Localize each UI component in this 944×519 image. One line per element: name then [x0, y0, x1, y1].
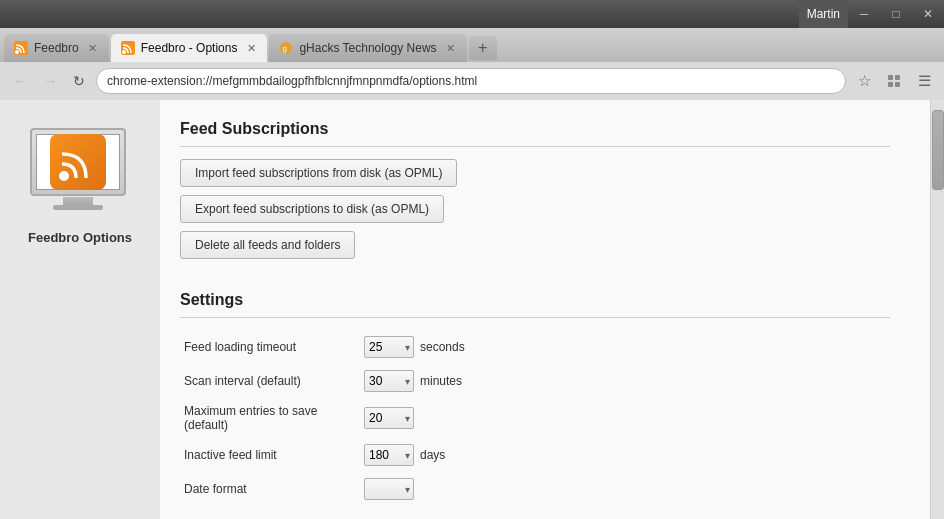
main-layout: Feedbro Options Feed Subscriptions Impor…: [0, 100, 944, 519]
url-text: chrome-extension://mefgmmbdailogpfhfblcn…: [107, 74, 835, 88]
date-format-label: Date format: [180, 472, 360, 506]
max-entries-label: Maximum entries to save (default): [180, 398, 360, 438]
svg-rect-8: [888, 82, 893, 87]
title-user: Martin: [799, 0, 848, 28]
title-bar: Martin ─ □ ✕: [0, 0, 944, 28]
settings-section: Settings Feed loading timeout 10: [180, 291, 890, 506]
settings-table: Feed loading timeout 10 15 20 25: [180, 330, 890, 506]
date-format-select[interactable]: [364, 478, 414, 500]
bookmark-button[interactable]: ☆: [852, 69, 876, 93]
max-entries-select[interactable]: 10 20 50 100 200 500: [364, 407, 414, 429]
maximize-button[interactable]: □: [880, 0, 912, 28]
scan-select-wrapper: 5 10 15 20 30 60 120: [364, 370, 414, 392]
tab-favicon-feedbro: [14, 41, 28, 55]
menu-button[interactable]: ☰: [912, 69, 936, 93]
date-format-control: [364, 478, 886, 500]
date-format-select-wrapper: [364, 478, 414, 500]
rss-badge: [50, 134, 106, 190]
scan-label: Scan interval (default): [180, 364, 360, 398]
tab-close-ghacks[interactable]: ✕: [443, 40, 459, 56]
svg-point-10: [59, 171, 69, 181]
refresh-button[interactable]: ↻: [68, 70, 90, 92]
tab-close-options[interactable]: ✕: [243, 40, 259, 56]
sidebar: Feedbro Options: [0, 100, 160, 519]
setting-row-max-entries: Maximum entries to save (default) 10 20 …: [180, 398, 890, 438]
forward-button[interactable]: →: [38, 69, 62, 93]
timeout-label: Feed loading timeout: [180, 330, 360, 364]
max-entries-control-cell: 10 20 50 100 200 500: [360, 398, 890, 438]
address-bar: ← → ↻ chrome-extension://mefgmmbdailogpf…: [0, 62, 944, 100]
scan-control: 5 10 15 20 30 60 120: [364, 370, 886, 392]
setting-row-inactive: Inactive feed limit 30 60 90 180: [180, 438, 890, 472]
minimize-button[interactable]: ─: [848, 0, 880, 28]
inactive-control: 30 60 90 180 365 days: [364, 444, 886, 466]
svg-rect-9: [895, 82, 900, 87]
extension-button[interactable]: [882, 69, 906, 93]
feed-subscriptions-title: Feed Subscriptions: [180, 120, 890, 147]
svg-point-1: [15, 50, 19, 54]
timeout-control-cell: 10 15 20 25 30 45 60: [360, 330, 890, 364]
settings-title: Settings: [180, 291, 890, 318]
delete-all-button[interactable]: Delete all feeds and folders: [180, 231, 355, 259]
scrollbar-track[interactable]: [930, 100, 944, 519]
monitor-body: [30, 128, 126, 196]
new-tab-button[interactable]: +: [469, 36, 497, 60]
inactive-select-wrapper: 30 60 90 180 365: [364, 444, 414, 466]
inactive-control-cell: 30 60 90 180 365 days: [360, 438, 890, 472]
close-button[interactable]: ✕: [912, 0, 944, 28]
max-entries-select-wrapper: 10 20 50 100 200 500: [364, 407, 414, 429]
tab-label-ghacks: gHacks Technology News: [299, 41, 436, 55]
feed-subscriptions-section: Feed Subscriptions Import feed subscript…: [180, 120, 890, 267]
timeout-control: 10 15 20 25 30 45 60: [364, 336, 886, 358]
tab-favicon-options: [121, 41, 135, 55]
tab-feedbro[interactable]: Feedbro ✕: [4, 34, 109, 62]
svg-text:g: g: [283, 44, 287, 53]
tab-favicon-ghacks: g: [279, 41, 293, 55]
setting-row-scan: Scan interval (default) 5 10 15 20: [180, 364, 890, 398]
sidebar-label: Feedbro Options: [28, 230, 132, 245]
inactive-unit: days: [420, 448, 445, 462]
scan-unit: minutes: [420, 374, 462, 388]
date-format-control-cell: [360, 472, 890, 506]
svg-rect-7: [895, 75, 900, 80]
tab-ghacks[interactable]: g gHacks Technology News ✕: [269, 34, 466, 62]
tab-feedbro-options[interactable]: Feedbro - Options ✕: [111, 34, 268, 62]
tab-close-feedbro[interactable]: ✕: [85, 40, 101, 56]
scan-control-cell: 5 10 15 20 30 60 120: [360, 364, 890, 398]
scrollbar-thumb[interactable]: [932, 110, 944, 190]
setting-row-timeout: Feed loading timeout 10 15 20 25: [180, 330, 890, 364]
sidebar-icon-wrap: [20, 120, 140, 220]
scan-select[interactable]: 5 10 15 20 30 60 120: [364, 370, 414, 392]
timeout-unit: seconds: [420, 340, 465, 354]
tab-label-feedbro: Feedbro: [34, 41, 79, 55]
setting-row-date-format: Date format: [180, 472, 890, 506]
monitor-screen: [36, 134, 120, 190]
content-area: Feed Subscriptions Import feed subscript…: [160, 100, 944, 519]
tab-bar: Feedbro ✕ Feedbro - Options ✕ g gHacks T…: [0, 28, 944, 62]
import-opml-button[interactable]: Import feed subscriptions from disk (as …: [180, 159, 457, 187]
timeout-select-wrapper: 10 15 20 25 30 45 60: [364, 336, 414, 358]
url-bar[interactable]: chrome-extension://mefgmmbdailogpfhfblcn…: [96, 68, 846, 94]
timeout-select[interactable]: 10 15 20 25 30 45 60: [364, 336, 414, 358]
export-opml-button[interactable]: Export feed subscriptions to disk (as OP…: [180, 195, 444, 223]
svg-rect-6: [888, 75, 893, 80]
monitor-stand: [63, 197, 93, 205]
inactive-select[interactable]: 30 60 90 180 365: [364, 444, 414, 466]
monitor-base: [53, 205, 103, 210]
content-scroll[interactable]: Feed Subscriptions Import feed subscript…: [160, 100, 930, 519]
tab-label-options: Feedbro - Options: [141, 41, 238, 55]
rss-icon-container: [30, 128, 130, 213]
max-entries-control: 10 20 50 100 200 500: [364, 407, 886, 429]
back-button[interactable]: ←: [8, 69, 32, 93]
title-bar-right: Martin ─ □ ✕: [799, 0, 944, 28]
inactive-label: Inactive feed limit: [180, 438, 360, 472]
svg-point-3: [122, 50, 126, 54]
